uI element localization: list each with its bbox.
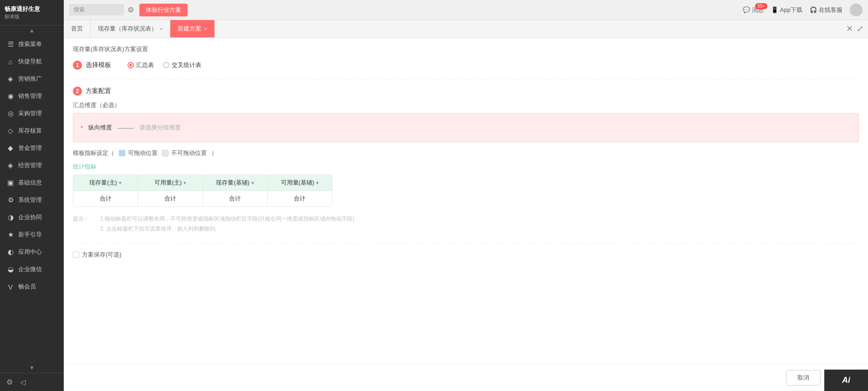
sidebar-item-6[interactable]: ◆资金管理 — [0, 139, 64, 157]
sidebar-item-11[interactable]: ★新手引导 — [0, 226, 64, 243]
step1-badge: 1 — [73, 61, 82, 70]
stats-cell-0-1: 合计 — [138, 191, 203, 206]
save-label: 方案保存(可选) — [82, 251, 122, 259]
app-download-item[interactable]: 📱 App下载 — [771, 6, 802, 14]
sidebar-icon-13: ◒ — [6, 265, 15, 273]
tab-inventory-close[interactable]: × — [160, 26, 163, 31]
stats-col-2[interactable]: 现存量(基辅) ▾ — [203, 175, 268, 190]
tab-close-icon[interactable]: ✕ — [846, 24, 853, 34]
message-badge: 99+ — [755, 3, 767, 9]
customer-service-item[interactable]: 🎧 在线客服 — [810, 6, 842, 14]
save-checkbox[interactable] — [73, 252, 79, 258]
sidebar-icon-1: ⌂ — [6, 58, 15, 66]
sidebar-item-13[interactable]: ◒企业微信 — [0, 261, 64, 278]
tab-new-plan[interactable]: 新建方案 × — [170, 20, 214, 37]
sidebar-item-8[interactable]: ▣基础信息 — [0, 174, 64, 191]
stats-col-3[interactable]: 可用量(基辅) ▾ — [268, 175, 332, 190]
radio-cross-label: 交叉统计表 — [172, 61, 201, 69]
sidebar-label-9: 系统管理 — [18, 196, 42, 204]
sidebar-item-14[interactable]: V畅会员 — [0, 278, 64, 295]
stats-cell-0-3: 合计 — [268, 191, 332, 206]
save-row: 方案保存(可选) — [73, 251, 859, 259]
step2-badge: 2 — [73, 87, 82, 96]
topbar: 搜索 ⚙ 体验行业方案 💬 消息 99+ 📱 App下载 🎧 在线客服 — [64, 0, 868, 20]
stats-table: 现存量(主) ▾ 可用量(主) ▾ 现存量(基辅) ▾ 可用量(基辅) ▾ — [73, 175, 332, 207]
stats-table-header: 现存量(主) ▾ 可用量(主) ▾ 现存量(基辅) ▾ 可用量(基辅) ▾ — [73, 175, 332, 190]
sidebar-item-7[interactable]: ◈经营管理 — [0, 157, 64, 174]
topbar-right: 💬 消息 99+ 📱 App下载 🎧 在线客服 — [743, 4, 863, 16]
step1-label: 选择模板 — [86, 61, 111, 69]
draggable-label: 可拖动位置 — [128, 149, 158, 157]
step2-header: 2 方案配置 — [73, 87, 859, 96]
tab-new-plan-close[interactable]: × — [204, 26, 207, 31]
radio-summary-label: 汇总表 — [136, 61, 154, 69]
user-avatar[interactable] — [850, 4, 863, 16]
app-name: 畅康通好生意 — [5, 5, 59, 13]
tab-home[interactable]: 首页 — [64, 20, 91, 37]
sidebar-icon-2: ◈ — [6, 75, 15, 83]
page-title: 现存量(库存状况表)方案设置 — [73, 45, 859, 53]
tab-expand-icon[interactable]: ⤢ — [857, 24, 863, 34]
stats-col-1-label: 可用量(主) — [154, 179, 182, 187]
tab-inventory[interactable]: 现存量（库存状况表） × — [91, 20, 170, 37]
non-draggable-label: 不可拖动位置 — [171, 149, 207, 157]
step2-label: 方案配置 — [86, 87, 111, 95]
app-download-icon: 📱 — [771, 6, 778, 13]
message-item[interactable]: 💬 消息 99+ — [743, 6, 764, 14]
draggable-box — [119, 150, 125, 156]
sidebar-label-8: 基础信息 — [18, 179, 42, 187]
radio-cross-circle — [163, 62, 169, 68]
radio-cross[interactable]: 交叉统计表 — [163, 61, 201, 69]
sidebar-item-0[interactable]: ☰搜索菜单 — [0, 36, 64, 53]
template-radio-group: 汇总表 交叉统计表 — [128, 61, 201, 69]
stats-col-0-label: 现存量(主) — [89, 179, 117, 187]
stats-col-1[interactable]: 可用量(主) ▾ — [138, 175, 203, 190]
sidebar-icon-5: ◇ — [6, 127, 15, 135]
sidebar-label-13: 企业微信 — [18, 265, 42, 273]
settings-icon[interactable]: ⚙ — [6, 378, 13, 386]
sidebar-label-2: 营销推广 — [18, 75, 42, 83]
stats-col-0[interactable]: 现存量(主) ▾ — [73, 175, 138, 190]
sidebar-icon-3: ◉ — [6, 92, 15, 100]
stats-cell-0-2: 合计 — [203, 191, 268, 206]
scroll-down-arrow[interactable]: ▼ — [0, 363, 64, 373]
cancel-button[interactable]: 取消 — [786, 370, 821, 386]
sidebar-label-5: 库存核算 — [18, 127, 42, 135]
sidebar-item-2[interactable]: ◈营销推广 — [0, 70, 64, 87]
radio-summary[interactable]: 汇总表 — [128, 61, 154, 69]
sidebar-item-10[interactable]: ◑企业协同 — [0, 209, 64, 226]
sidebar-item-4[interactable]: ◎采购管理 — [0, 105, 64, 122]
step1-header: 1 选择模板 汇总表 交叉统计表 — [73, 61, 859, 70]
sidebar-label-14: 畅会员 — [18, 283, 36, 291]
app-edition: 标准版 — [5, 13, 59, 20]
stats-col-2-label: 现存量(基辅) — [216, 179, 250, 187]
sidebar-item-12[interactable]: ◐应用中心 — [0, 243, 64, 261]
sidebar-footer: ⚙ ◁ — [0, 373, 64, 391]
search-box: 搜索 — [69, 4, 124, 15]
ai-panel[interactable]: Ai — [824, 370, 868, 391]
tips-title: 提示： 1.拖动标题栏可以调整布局，不可跨维度或指标区域拖动栏目字段(只能在同一… — [73, 214, 859, 224]
settings-icon[interactable]: ⚙ — [128, 5, 134, 14]
sidebar-label-7: 经营管理 — [18, 161, 42, 170]
sidebar-icon-12: ◐ — [6, 248, 15, 256]
dimension-box[interactable]: * 纵向维度 —— 请选择分组维度 — [73, 113, 859, 142]
indicator-label: 模板指标设定（ — [73, 149, 114, 157]
stats-col-0-arrow: ▾ — [119, 180, 122, 186]
scroll-up-arrow[interactable]: ▲ — [0, 26, 64, 36]
sidebar-item-3[interactable]: ◉销售管理 — [0, 87, 64, 105]
sidebar-icon-10: ◑ — [6, 213, 15, 221]
sidebar-item-5[interactable]: ◇库存核算 — [0, 122, 64, 139]
page-content: 现存量(库存状况表)方案设置 1 选择模板 汇总表 交叉统计表 — [64, 38, 868, 364]
tab-new-plan-label: 新建方案 — [178, 25, 201, 33]
stats-cell-0-0: 合计 — [73, 191, 138, 206]
trial-button[interactable]: 体验行业方案 — [139, 4, 188, 16]
step1-section: 1 选择模板 汇总表 交叉统计表 — [73, 61, 859, 70]
collapse-icon[interactable]: ◁ — [20, 378, 26, 386]
draggable-toggle: 可拖动位置 — [119, 149, 158, 157]
ai-label: Ai — [842, 376, 850, 385]
sidebar-item-9[interactable]: ⚙系统管理 — [0, 191, 64, 209]
sidebar-nav: ☰搜索菜单⌂快捷导航◈营销推广◉销售管理◎采购管理◇库存核算◆资金管理◈经营管理… — [0, 36, 64, 363]
customer-service-icon: 🎧 — [810, 6, 817, 13]
indicator-settings: 模板指标设定（ 可拖动位置 不可拖动位置 ） — [73, 149, 859, 157]
sidebar-item-1[interactable]: ⌂快捷导航 — [0, 53, 64, 70]
